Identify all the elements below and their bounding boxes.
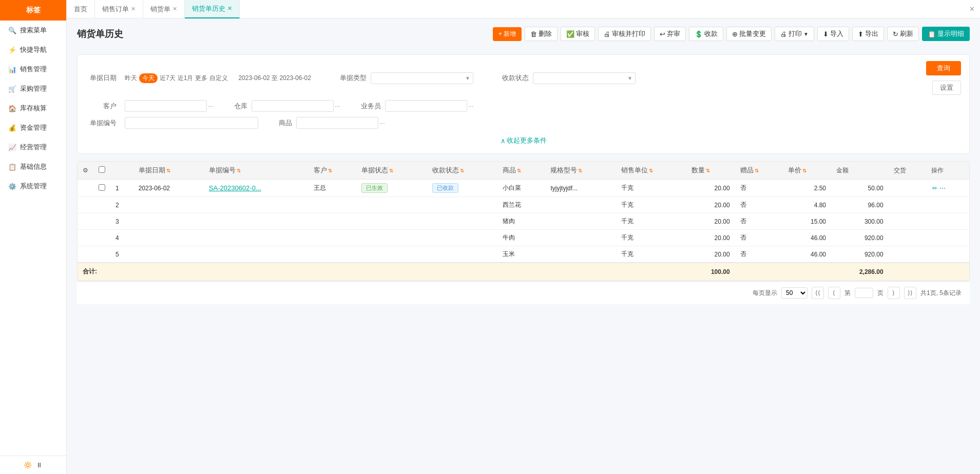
- tab-home[interactable]: 首页: [67, 0, 95, 18]
- abandon-button[interactable]: ↩ 弃审: [654, 27, 686, 41]
- per-page-select[interactable]: 50 100 200: [781, 287, 808, 299]
- sidebar-item-finance[interactable]: 💰 资金管理: [0, 118, 66, 137]
- tab-sales-history-close[interactable]: ✕: [227, 5, 232, 12]
- print-button[interactable]: 🖨 打印 ▼: [775, 27, 814, 41]
- export-button[interactable]: ⬆ 导出: [852, 27, 884, 41]
- cell-unit: 千克: [616, 230, 686, 246]
- shortcut-more[interactable]: 更多: [195, 74, 207, 83]
- delete-icon: 🗑: [530, 30, 537, 38]
- more-op-btn[interactable]: ⋯: [939, 185, 946, 192]
- sidebar-item-search-menu[interactable]: 🔍 搜索菜单: [0, 21, 66, 40]
- col-settings[interactable]: ⚙: [78, 162, 93, 180]
- warehouse-input[interactable]: [252, 100, 334, 112]
- new-button[interactable]: + 新增: [493, 27, 522, 41]
- query-button[interactable]: 查询: [926, 61, 961, 75]
- table-row: 1 2023-06-02 SA-20230602-0... 王总 已生效 已收款…: [78, 180, 969, 197]
- col-goods[interactable]: 商品⇅: [497, 162, 546, 180]
- col-payment-status[interactable]: 收款状态⇅: [427, 162, 497, 180]
- row-checkbox[interactable]: [99, 184, 105, 191]
- shortcut-1month[interactable]: 近1月: [178, 74, 194, 83]
- goods-ellipsis[interactable]: ···: [379, 119, 385, 127]
- customer-input[interactable]: [125, 100, 207, 112]
- col-unit[interactable]: 销售单位⇅: [616, 162, 686, 180]
- col-spec[interactable]: 规格型号⇅: [545, 162, 616, 180]
- sidebar-item-quick-nav[interactable]: ⚡ 快捷导航: [0, 40, 66, 60]
- col-price[interactable]: 单价⇅: [783, 162, 831, 180]
- col-checkbox[interactable]: [93, 162, 110, 180]
- cell-doc-no: [204, 213, 309, 230]
- doc-type-dropdown-icon[interactable]: ▼: [465, 75, 470, 81]
- cell-spec: [545, 230, 616, 246]
- goods-input[interactable]: [296, 117, 378, 129]
- cell-qty: 20.00: [686, 230, 735, 246]
- first-page-btn[interactable]: ⟨⟨: [812, 287, 824, 299]
- cell-checkbox[interactable]: [93, 180, 110, 197]
- sidebar-bottom-icon2[interactable]: ⏸: [36, 461, 43, 469]
- refresh-button[interactable]: ↻ 刷新: [887, 27, 919, 41]
- cell-doc-status: 已生效: [356, 180, 427, 197]
- cell-goods: 玉米: [497, 246, 546, 263]
- tab-sales-goods-label: 销货单: [150, 5, 170, 14]
- select-all-checkbox[interactable]: [99, 166, 105, 173]
- cell-checkbox[interactable]: [93, 246, 110, 263]
- sidebar-item-sales-mgmt[interactable]: 📊 销售管理: [0, 60, 66, 79]
- table-footer-row: 合计: 100.00 2,286.00: [78, 263, 969, 281]
- cell-rownum: 4: [110, 230, 133, 246]
- salesperson-input[interactable]: [385, 100, 467, 112]
- cell-checkbox[interactable]: [93, 230, 110, 246]
- collapse-btn[interactable]: ∧ 收起更多条件: [86, 134, 961, 147]
- warehouse-ellipsis[interactable]: ···: [335, 102, 340, 110]
- cell-checkbox[interactable]: [93, 213, 110, 230]
- page-number-input[interactable]: 1: [855, 288, 873, 298]
- payment-status-dropdown-icon[interactable]: ▼: [627, 75, 632, 81]
- sidebar-bottom-icon1[interactable]: 🔆: [24, 461, 32, 469]
- tab-sales-history[interactable]: 销货单历史 ✕: [185, 0, 240, 18]
- cell-price: 46.00: [783, 230, 831, 246]
- audit-print-button[interactable]: 🖨 审核并打印: [598, 27, 651, 41]
- sidebar-item-operations[interactable]: 📈 经营管理: [0, 137, 66, 157]
- tab-sales-order-close[interactable]: ✕: [131, 6, 136, 12]
- import-button[interactable]: ⬇ 导入: [817, 27, 849, 41]
- cell-qty: 20.00: [686, 213, 735, 230]
- payment-status-input[interactable]: [533, 72, 636, 84]
- customer-ellipsis[interactable]: ···: [208, 102, 214, 110]
- tab-sales-goods-close[interactable]: ✕: [172, 6, 177, 12]
- footer-empty5: [926, 263, 969, 281]
- sidebar-item-label: 销售管理: [20, 65, 47, 74]
- audit-button[interactable]: ✅ 审核: [561, 27, 595, 41]
- tab-bar-close-all[interactable]: ✕: [969, 5, 980, 13]
- shortcut-today[interactable]: 今天: [139, 73, 158, 83]
- cell-checkbox[interactable]: [93, 197, 110, 213]
- sidebar-item-label: 快捷导航: [20, 45, 47, 54]
- shortcut-7days[interactable]: 近7天: [160, 74, 176, 83]
- col-doc-status[interactable]: 单据状态⇅: [356, 162, 427, 180]
- col-doc-date[interactable]: 单据日期⇅: [133, 162, 204, 180]
- sidebar-item-inventory[interactable]: 🏠 库存核算: [0, 98, 66, 118]
- collect-button[interactable]: 💲 收款: [689, 27, 723, 41]
- sidebar-item-basic-info[interactable]: 📋 基础信息: [0, 157, 66, 176]
- col-doc-no[interactable]: 单据编号⇅: [204, 162, 309, 180]
- prev-page-btn[interactable]: ⟨: [828, 287, 840, 299]
- shortcut-yesterday[interactable]: 昨天: [125, 74, 137, 83]
- doc-no-link[interactable]: SA-20230602-0...: [209, 184, 261, 192]
- next-page-btn[interactable]: ⟩: [888, 287, 900, 299]
- doc-type-input[interactable]: [371, 72, 473, 84]
- salesperson-ellipsis[interactable]: ···: [468, 102, 474, 110]
- sidebar-item-system-mgmt[interactable]: ⚙️ 系统管理: [0, 176, 66, 196]
- cell-spec: [545, 246, 616, 263]
- col-customer[interactable]: 客户⇅: [309, 162, 357, 180]
- batch-icon: ⊕: [732, 30, 738, 38]
- tab-sales-order[interactable]: 销售订单 ✕: [95, 0, 143, 18]
- col-gift[interactable]: 赠品⇅: [735, 162, 783, 180]
- doc-no-input[interactable]: [125, 117, 258, 129]
- shortcut-custom[interactable]: 自定义: [209, 74, 228, 83]
- sidebar-item-purchase-mgmt[interactable]: 🛒 采购管理: [0, 79, 66, 98]
- edit-op-btn[interactable]: ✏: [932, 185, 937, 192]
- tab-sales-goods[interactable]: 销货单 ✕: [143, 0, 185, 18]
- display-button[interactable]: 📋 显示明细: [922, 27, 970, 41]
- set-button[interactable]: 设置: [932, 81, 961, 95]
- col-qty[interactable]: 数量⇅: [686, 162, 735, 180]
- batch-change-button[interactable]: ⊕ 批量变更: [726, 27, 772, 41]
- delete-button[interactable]: 🗑 删除: [525, 27, 558, 41]
- last-page-btn[interactable]: ⟩⟩: [904, 287, 916, 299]
